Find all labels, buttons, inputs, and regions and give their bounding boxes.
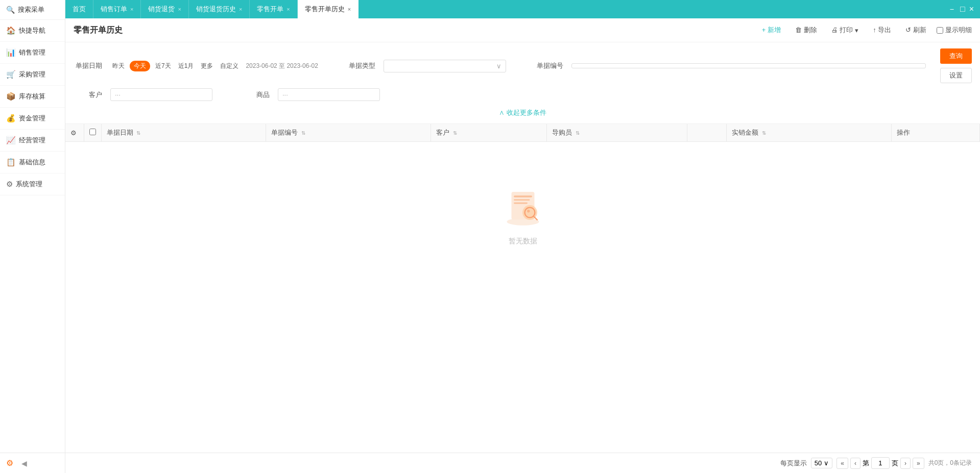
tab-retail-open-close[interactable]: × (286, 6, 290, 12)
th-date[interactable]: 单据日期 ⇅ (101, 124, 266, 142)
th-amount-label: 实销金额 (732, 129, 758, 136)
th-action-label: 操作 (897, 129, 910, 136)
delete-label: 🗑 删除 (795, 26, 817, 35)
th-guide[interactable]: 导购员 ⇅ (546, 124, 687, 142)
date-opt-1month[interactable]: 近1月 (176, 61, 196, 71)
sort-amount-icon[interactable]: ⇅ (762, 130, 766, 136)
th-no[interactable]: 单据编号 ⇅ (266, 124, 431, 142)
goods-label: 商品 (241, 90, 270, 99)
filter-area: 单据日期 昨天 今天 近7天 近1月 更多 自定义 2023-06-02 至 2… (65, 42, 980, 124)
sidebar-item-inventory[interactable]: 📦 库存核算 (0, 86, 65, 108)
sidebar-item-finance[interactable]: 💰 资金管理 (0, 108, 65, 130)
sidebar-item-sales-mgmt[interactable]: 📊 销售管理 (0, 42, 65, 64)
sidebar-item-sys-mgmt[interactable]: ⚙ 系统管理 (0, 173, 65, 195)
collapse-sidebar-icon[interactable]: ◀ (21, 459, 27, 467)
prev-page-button[interactable]: ‹ (850, 458, 861, 469)
order-no-input[interactable] (571, 63, 926, 68)
tab-sales-order-close[interactable]: × (130, 6, 133, 12)
th-settings[interactable]: ⚙ (65, 124, 84, 142)
window-close-icon[interactable]: × (969, 5, 974, 14)
content-area: 零售开单历史 + 新增 🗑 删除 🖨 打印 ▾ ↑ 导出 ↺ 刷新 (65, 18, 980, 473)
type-select[interactable]: ∨ (384, 60, 506, 72)
pagination-bar: 每页显示 50 ∨ « ‹ 第 页 › » 共0页，0条记录 (65, 453, 980, 473)
empty-state: 暂无数据 (65, 142, 980, 287)
tab-sales-return-history-label: 销货退货历史 (196, 5, 236, 14)
gear-icon: ⚙ (6, 180, 13, 189)
table-area: ⚙ 单据日期 ⇅ 单据编号 ⇅ 客户 ⇅ (65, 124, 980, 453)
th-checkbox[interactable] (84, 124, 101, 142)
show-detail-input[interactable] (937, 27, 943, 34)
tab-sales-order[interactable]: 销售订单 × (93, 0, 141, 18)
print-button[interactable]: 🖨 打印 ▾ (827, 23, 863, 37)
sort-no-icon[interactable]: ⇅ (301, 130, 305, 136)
first-page-button[interactable]: « (836, 458, 848, 469)
date-opt-yesterday[interactable]: 昨天 (110, 61, 127, 71)
ops-icon: 📈 (6, 136, 16, 145)
tab-sales-return[interactable]: 销货退货 × (141, 0, 188, 18)
settings-icon[interactable]: ⚙ (6, 458, 13, 468)
tab-sales-return-history-close[interactable]: × (239, 6, 242, 12)
filter-row-1: 单据日期 昨天 今天 近7天 近1月 更多 自定义 2023-06-02 至 2… (74, 48, 972, 83)
tab-sales-return-label: 销货退货 (148, 5, 175, 14)
tab-home-label: 首页 (73, 5, 86, 14)
th-customer[interactable]: 客户 ⇅ (431, 124, 546, 142)
th-amount[interactable]: 实销金额 ⇅ (727, 124, 892, 142)
search-icon: 🔍 (6, 6, 15, 14)
page-input[interactable] (871, 457, 890, 469)
sidebar-item-label: 销售管理 (19, 48, 45, 57)
type-arrow: ∨ (496, 62, 501, 70)
goods-input[interactable]: ··· (278, 88, 380, 101)
tab-home[interactable]: 首页 (65, 0, 93, 18)
tab-sales-return-close[interactable]: × (178, 6, 181, 12)
table-header-row: ⚙ 单据日期 ⇅ 单据编号 ⇅ 客户 ⇅ (65, 124, 980, 142)
page-nav: « ‹ 第 页 › » (836, 457, 924, 469)
sidebar-search[interactable]: 🔍 搜索采单 (0, 0, 65, 20)
date-opt-7days[interactable]: 近7天 (153, 61, 173, 71)
collapse-label: ∧ 收起更多条件 (499, 108, 546, 117)
sidebar-item-basic-info[interactable]: 📋 基础信息 (0, 152, 65, 173)
tab-retail-open-label: 零售开单 (257, 5, 283, 14)
per-page-arrow: ∨ (824, 459, 829, 467)
home-icon: 🏠 (6, 26, 16, 35)
tab-retail-open-history[interactable]: 零售开单历史 × (298, 0, 358, 18)
th-empty (687, 124, 726, 142)
refresh-button[interactable]: ↺ 刷新 (901, 23, 930, 37)
svg-rect-4 (514, 203, 528, 204)
per-page-select[interactable]: 50 ∨ (811, 458, 832, 468)
date-opt-more[interactable]: 更多 (199, 61, 215, 71)
tab-retail-open-history-close[interactable]: × (348, 6, 351, 12)
delete-button[interactable]: 🗑 删除 (791, 23, 821, 37)
date-opt-today[interactable]: 今天 (130, 61, 150, 71)
sort-customer-icon[interactable]: ⇅ (453, 130, 457, 136)
sort-guide-icon[interactable]: ⇅ (576, 130, 580, 136)
add-button[interactable]: + 新增 (758, 23, 785, 37)
customer-label: 客户 (74, 90, 102, 99)
finance-icon: 💰 (6, 114, 16, 123)
show-detail-checkbox[interactable]: 显示明细 (937, 26, 972, 35)
sidebar-item-purchase-mgmt[interactable]: 🛒 采购管理 (0, 64, 65, 86)
window-maximize-icon[interactable]: □ (960, 5, 965, 14)
tab-sales-return-history[interactable]: 销货退货历史 × (189, 0, 250, 18)
sidebar-item-quick-nav[interactable]: 🏠 快捷导航 (0, 20, 65, 42)
sidebar-search-label: 搜索采单 (18, 5, 44, 14)
tab-bar: 首页 销售订单 × 销货退货 × 销货退货历史 × 零售开单 × 零售开单历史 … (65, 0, 980, 18)
customer-input[interactable]: ··· (110, 88, 212, 101)
select-all-checkbox[interactable] (89, 129, 96, 135)
sidebar-item-ops-mgmt[interactable]: 📈 经营管理 (0, 130, 65, 152)
sort-date-icon[interactable]: ⇅ (136, 130, 140, 136)
setting-button[interactable]: 设置 (940, 68, 972, 83)
export-button[interactable]: ↑ 导出 (869, 23, 895, 37)
last-page-button[interactable]: » (913, 458, 924, 469)
tab-retail-open[interactable]: 零售开单 × (250, 0, 297, 18)
collapse-filter-btn[interactable]: ∧ 收起更多条件 (74, 106, 972, 119)
cart-icon: 🛒 (6, 70, 16, 79)
query-button[interactable]: 查询 (940, 48, 972, 64)
info-icon: 📋 (6, 158, 16, 167)
window-minimize-icon[interactable]: － (948, 4, 956, 15)
total-info: 共0页，0条记录 (928, 459, 972, 467)
date-opt-custom[interactable]: 自定义 (218, 61, 241, 71)
tab-bar-actions: － □ × (944, 4, 980, 15)
next-page-button[interactable]: › (900, 458, 911, 469)
date-options: 昨天 今天 近7天 近1月 更多 自定义 2023-06-02 至 2023-0… (110, 61, 318, 71)
sidebar-item-label: 基础信息 (19, 158, 45, 167)
